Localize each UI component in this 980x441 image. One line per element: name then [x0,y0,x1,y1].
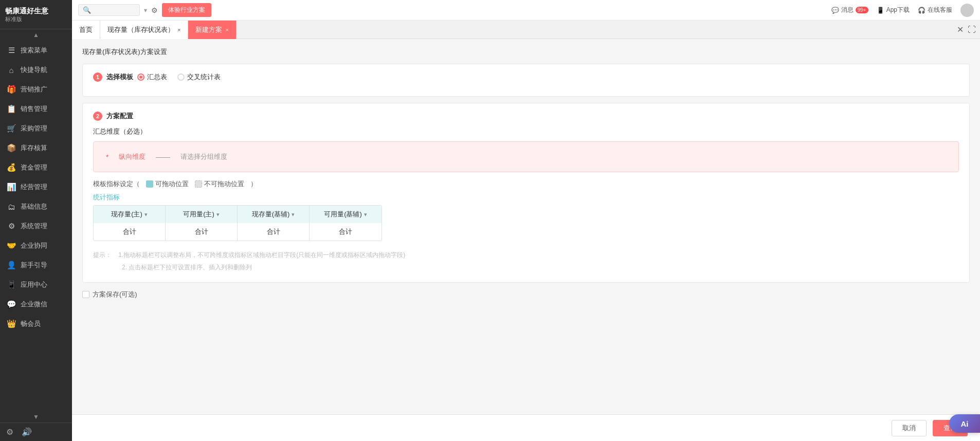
speaker-icon[interactable]: 🔊 [22,427,32,437]
save-row: 方案保存(可选) [82,290,970,299]
sidebar-scroll-down[interactable]: ▼ [0,411,72,422]
window-close-btn[interactable]: ✕ [957,25,964,34]
sidebar-item-label: 系统管理 [21,222,47,231]
marketing-icon: 🎁 [6,85,16,94]
wechat-icon: 💬 [6,300,16,309]
radio-cross[interactable]: 交叉统计表 [177,72,221,82]
dropdown-icon-3[interactable]: ▾ [364,211,367,218]
sidebar-item-system[interactable]: ⚙系统管理 [0,216,72,236]
sidebar-item-member[interactable]: 👑畅会员 [0,314,72,334]
dim-area[interactable]: * 纵向维度 —— 请选择分组维度 [93,141,959,172]
sidebar-item-label: 新手引导 [21,261,47,270]
dim-label-text: 汇总维度（必选） [93,127,147,135]
newbie-icon: 👤 [6,261,16,270]
topbar-chevron-icon[interactable]: ▾ [144,7,147,14]
radio-cross-circle [177,74,185,81]
section2-num: 2 [93,112,102,121]
stats-body-cell-0: 合计 [94,223,166,241]
sidebar-item-cooperation[interactable]: 🤝企业协同 [0,236,72,255]
app-download-icon: 📱 [877,7,884,14]
dropdown-icon-0[interactable]: ▾ [144,211,148,218]
sidebar-item-finance[interactable]: 💰资金管理 [0,158,72,177]
section2-title: 方案配置 [106,112,133,121]
sidebar-item-label: 企业协同 [21,241,47,250]
stats-body-cell-1: 合计 [166,223,238,241]
finance-icon: 💰 [6,163,16,172]
tabs-bar: 首页 现存量（库存状况表） × 新建方案 × ✕ ⛶ [72,21,980,39]
sidebar-item-label: 应用中心 [21,280,47,289]
business-icon: 📊 [6,182,16,192]
app-download-label: App下载 [886,6,910,14]
topbar-right: 💬 消息 99+ 📱 App下载 🎧 在线客服 [831,4,974,17]
sidebar-item-search-menu[interactable]: ☰搜索菜单 [0,41,72,60]
tab-new-scheme-close[interactable]: × [225,27,228,33]
bottom-bar: 取消 查询 [72,414,980,441]
settings-icon[interactable]: ⚙ [6,427,13,437]
sidebar-item-wechat[interactable]: 💬企业微信 [0,295,72,314]
stats-header-cell-2[interactable]: 现存量(基辅)▾ [238,206,310,223]
purchase-icon: 🛒 [6,124,16,133]
dropdown-icon-2[interactable]: ▾ [292,211,295,218]
tab-new-scheme[interactable]: 新建方案 × [188,21,236,39]
ai-fab-button[interactable]: Ai [949,414,980,433]
cancel-button[interactable]: 取消 [892,420,927,436]
stats-header-cell-0[interactable]: 现存量(主)▾ [94,206,166,223]
sidebar-item-sales[interactable]: 📋销售管理 [0,99,72,119]
sidebar-item-quick-nav[interactable]: ⌂快捷导航 [0,60,72,80]
stats-header-cell-1[interactable]: 可用量(主)▾ [166,206,238,223]
tab-inventory[interactable]: 现存量（库存状况表） × [100,21,188,39]
section1-num: 1 [93,72,102,82]
app-download-item[interactable]: 📱 App下载 [877,6,910,14]
dropdown-icon-1[interactable]: ▾ [216,211,220,218]
dim-required-mark: * [106,153,108,161]
hint1-text: 1.拖动标题栏可以调整布局，不可跨维度或指标区域拖动栏目字段(只能在同一维度或指… [118,251,405,259]
member-icon: 👑 [6,319,16,328]
stats-body-cell-3: 合计 [310,223,382,241]
search-box[interactable]: 🔍 [78,4,140,16]
avatar[interactable] [960,4,974,17]
save-checkbox[interactable] [82,291,89,298]
sidebar-item-inventory[interactable]: 📦库存核算 [0,138,72,158]
template-radio-group: 汇总表 交叉统计表 [137,72,221,82]
search-menu-icon: ☰ [6,46,16,55]
content-area: 现存量(库存状况表)方案设置 1 选择模板 汇总表 交叉统计表 [72,39,980,441]
dim-vertical-label: 纵向维度 [119,152,146,161]
stats-table: 现存量(主)▾可用量(主)▾现存量(基辅)▾可用量(基辅)▾ 合计合计合计合计 [93,205,382,241]
sidebar-item-basic[interactable]: 🗂基础信息 [0,197,72,216]
sidebar-item-business[interactable]: 📊经营管理 [0,177,72,197]
quick-nav-icon: ⌂ [6,66,16,75]
sidebar-item-apps[interactable]: 📱应用中心 [0,275,72,295]
topbar-gear-icon[interactable]: ⚙ [151,6,158,14]
tab-inventory-close[interactable]: × [177,27,180,33]
section-template: 1 选择模板 汇总表 交叉统计表 [82,64,970,97]
tabs-right: ✕ ⛶ [957,25,980,34]
draggable-label: 可拖动位置 [155,179,189,189]
sidebar-item-purchase[interactable]: 🛒采购管理 [0,119,72,138]
sidebar-item-label: 经营管理 [21,182,47,192]
message-item[interactable]: 💬 消息 99+ [831,6,868,14]
search-input[interactable] [93,7,124,14]
search-icon: 🔍 [83,6,91,14]
sidebar-item-newbie[interactable]: 👤新手引导 [0,255,72,275]
draggable-badge: 可拖动位置 [146,179,189,189]
hints: 提示： 1.拖动标题栏可以调整布局，不可跨维度或指标区域拖动栏目字段(只能在同一… [93,250,959,273]
radio-summary[interactable]: 汇总表 [137,72,167,82]
stats-body-row: 合计合计合计合计 [94,223,382,241]
section1-header: 1 选择模板 汇总表 交叉统计表 [93,72,959,82]
non-draggable-badge: 不可拖动位置 [195,179,244,189]
stats-section: 统计指标 现存量(主)▾可用量(主)▾现存量(基辅)▾可用量(基辅)▾ 合计合计… [93,193,959,243]
ai-fab-label: Ai [961,419,969,428]
sales-icon: 📋 [6,104,16,114]
tab-home[interactable]: 首页 [72,21,100,39]
online-service-item[interactable]: 🎧 在线客服 [918,6,952,14]
radio-summary-circle [137,74,144,81]
stats-header-cell-3[interactable]: 可用量(基辅)▾ [310,206,382,223]
sidebar-bottom: ⚙ 🔊 [0,422,72,441]
window-expand-btn[interactable]: ⛶ [968,25,976,34]
cooperation-icon: 🤝 [6,241,16,250]
sidebar-item-marketing[interactable]: 🎁营销推广 [0,80,72,99]
sidebar-item-label: 库存核算 [21,143,47,153]
sidebar-scroll-up[interactable]: ▲ [0,29,72,41]
trial-btn[interactable]: 体验行业方案 [162,3,211,17]
message-badge: 99+ [856,7,868,13]
